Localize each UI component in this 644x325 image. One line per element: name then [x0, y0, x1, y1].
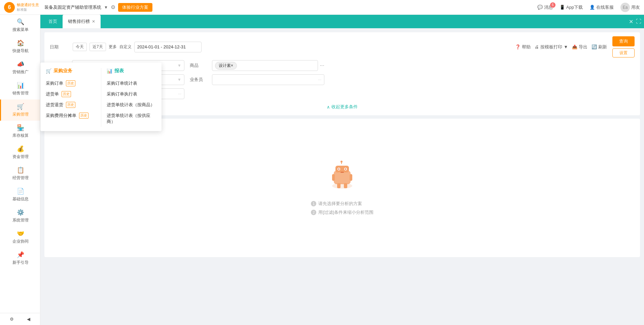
- history-badge-purchase-order: 历史: [66, 80, 75, 86]
- phone-icon: 📱: [560, 5, 565, 10]
- history-badge-purchase-expense: 历史: [79, 113, 88, 119]
- refresh-icon: 🔄: [592, 44, 597, 49]
- empty-state-panel: 1 请先选择要分析的方案 2 用[过滤]条件来缩小分析范围: [44, 119, 640, 257]
- app-download-btn[interactable]: 📱 App下载: [560, 4, 583, 10]
- purchase-section-icon: 🛒: [46, 68, 51, 74]
- industry-btn[interactable]: 体验行业方案: [118, 3, 152, 12]
- export-btn[interactable]: 📤 导出: [572, 44, 587, 50]
- tab-close-sales-rank[interactable]: ✕: [92, 19, 95, 24]
- sidebar-label-marketing: 营销推广: [12, 69, 29, 75]
- report-section-icon: 📊: [107, 68, 112, 74]
- svg-rect-13: [344, 183, 347, 188]
- sidebar-item-quicknav[interactable]: 🏠 快捷导航: [0, 36, 40, 57]
- sidebar-item-basic[interactable]: 📄 基础信息: [0, 184, 40, 205]
- sidebar-item-operations[interactable]: 📋 经营管理: [0, 163, 40, 184]
- menu-item-purchase-order-stats[interactable]: 采购订单统计表: [107, 78, 156, 89]
- sidebar-item-search[interactable]: 🔍 搜索菜单: [0, 15, 40, 36]
- query-btn[interactable]: 查询: [612, 36, 635, 46]
- svg-text:6: 6: [8, 4, 11, 10]
- tab-close-all-btn[interactable]: ✕: [629, 18, 633, 25]
- date-more-btn[interactable]: 更多: [109, 44, 117, 50]
- tab-maximize-btn[interactable]: ⛶: [636, 18, 641, 25]
- goods-tag[interactable]: 设计素×: [215, 62, 237, 70]
- service-icon: 👤: [589, 5, 595, 10]
- header-right: 💬 消息 6 📱 App下载 👤 在线客服 Ea 用友: [537, 3, 640, 12]
- sidebar: 🔍 搜索菜单 🏠 快捷导航 📣 营销推广 📊 销售管理 🛒 采购管理 🏪 库存核…: [0, 15, 40, 325]
- sidebar-item-sales[interactable]: 📊 销售管理: [0, 78, 40, 99]
- sidebar-label-operations: 经营管理: [12, 175, 29, 181]
- online-service-btn[interactable]: 👤 在线客服: [589, 4, 614, 10]
- empty-state: 1 请先选择要分析的方案 2 用[过滤]条件来缩小分析范围: [44, 132, 640, 244]
- tab-sales-rank[interactable]: 销售排行榜 ✕: [63, 15, 101, 28]
- sidebar-label-sales: 销售管理: [12, 90, 29, 96]
- message-badge: 6: [550, 2, 556, 8]
- history-badge-inbound: 历史: [62, 91, 71, 97]
- toolbar-right: ❓ 帮助 🖨 按模板打印 ▼ 📤 导出 🔄: [515, 44, 607, 50]
- date-input[interactable]: [134, 42, 202, 52]
- help-btn[interactable]: ❓ 帮助: [515, 44, 531, 50]
- sidebar-item-finance[interactable]: 💰 资金管理: [0, 142, 40, 163]
- tab-home[interactable]: 首页: [43, 15, 63, 28]
- logo-sub: 标准版: [17, 7, 39, 12]
- sidebar-settings-btn[interactable]: ⚙: [10, 317, 14, 322]
- header-settings-btn[interactable]: ⚙: [111, 4, 115, 10]
- date-today-btn[interactable]: 今天: [73, 43, 87, 51]
- print-btn[interactable]: 🖨 按模板打印 ▼: [535, 44, 568, 50]
- collapse-icon: ∧: [327, 105, 330, 110]
- sidebar-bottom: ⚙ ◀: [0, 313, 40, 325]
- date-custom-btn[interactable]: 自定义: [119, 44, 132, 50]
- header-center: 装备及固定资产辅助管理系统 ▼ ⚙ 体验行业方案: [44, 3, 537, 12]
- main-layout: 🔍 搜索菜单 🏠 快捷导航 📣 营销推广 📊 销售管理 🛒 采购管理 🏪 库存核…: [0, 15, 644, 325]
- menu-item-inbound-return[interactable]: 进货退货 历史: [46, 99, 96, 110]
- sidebar-label-system: 系统管理: [12, 217, 29, 223]
- sidebar-item-marketing[interactable]: 📣 营销推广: [0, 57, 40, 78]
- svg-rect-10: [332, 174, 335, 181]
- svg-point-8: [345, 168, 346, 170]
- menu-item-purchase-order[interactable]: 采购订单 历史: [46, 78, 96, 89]
- marketing-icon: 📣: [17, 60, 24, 68]
- sidebar-item-enterprise[interactable]: 🤝 企业协同: [0, 227, 40, 248]
- menu-item-purchase-expense[interactable]: 采购费用分摊单 历史: [46, 110, 96, 121]
- purchase-section-title: 🛒 采购业务: [46, 68, 96, 74]
- help-icon: ❓: [515, 44, 521, 49]
- sidebar-item-inventory[interactable]: 🏪 库存核算: [0, 121, 40, 142]
- user-area[interactable]: Ea 用友: [620, 3, 640, 12]
- sidebar-label-basic: 基础信息: [12, 196, 29, 202]
- salesman-label: 业务员: [190, 77, 210, 83]
- sidebar-label-search: 搜索菜单: [12, 27, 29, 33]
- export-icon: 📤: [572, 44, 577, 49]
- query-area: 查询 设置: [612, 36, 635, 57]
- menu-item-inbound[interactable]: 进货单 历史: [46, 89, 96, 99]
- svg-rect-9: [341, 172, 344, 173]
- svg-rect-11: [350, 174, 352, 181]
- sidebar-item-newbie[interactable]: 📌 新手引导: [0, 248, 40, 269]
- inventory-icon: 🏪: [17, 124, 24, 131]
- svg-point-7: [338, 168, 339, 170]
- logo-icon: 6: [4, 2, 15, 13]
- system-dropdown-btn[interactable]: ▼: [104, 5, 108, 10]
- svg-rect-12: [337, 183, 341, 188]
- menu-item-inbound-stats-supplier[interactable]: 进货单统计表（按供应商）: [107, 110, 156, 127]
- date-7days-btn[interactable]: 近7天: [90, 43, 106, 51]
- system-icon: ⚙️: [17, 209, 24, 216]
- sidebar-item-purchase[interactable]: 🛒 采购管理: [0, 99, 40, 121]
- empty-state-icon: [325, 159, 359, 193]
- goods-more-btn[interactable]: ···: [320, 63, 324, 69]
- report-section-title: 📊 报表: [107, 68, 156, 74]
- menu-item-inbound-stats-goods[interactable]: 进货单统计表（按商品）: [107, 99, 156, 110]
- logo-text: 畅捷通好生意: [17, 2, 39, 7]
- report-section: 📊 报表 采购订单统计表 采购订单执行表 进货单统计表（按商品） 进货单统计表（…: [101, 68, 162, 127]
- menu-item-purchase-order-exec[interactable]: 采购订单执行表: [107, 89, 156, 99]
- finance-icon: 💰: [17, 145, 24, 153]
- sidebar-collapse-btn[interactable]: ◀: [27, 317, 30, 322]
- setup-btn[interactable]: 设置: [612, 48, 635, 57]
- sidebar-item-system[interactable]: ⚙️ 系统管理: [0, 205, 40, 227]
- purchase-dropdown-menu: 🛒 采购业务 采购订单 历史 进货单 历史 进货退货 历史 采购费用分摊单 历史…: [40, 63, 162, 131]
- sales-icon: 📊: [17, 82, 24, 89]
- newbie-icon: 📌: [17, 251, 24, 258]
- history-badge-inbound-return: 历史: [66, 102, 75, 108]
- basic-icon: 📄: [17, 188, 24, 195]
- date-label: 日期: [50, 44, 70, 50]
- messages-btn[interactable]: 💬 消息 6: [537, 4, 553, 10]
- refresh-btn[interactable]: 🔄 刷新: [592, 44, 607, 50]
